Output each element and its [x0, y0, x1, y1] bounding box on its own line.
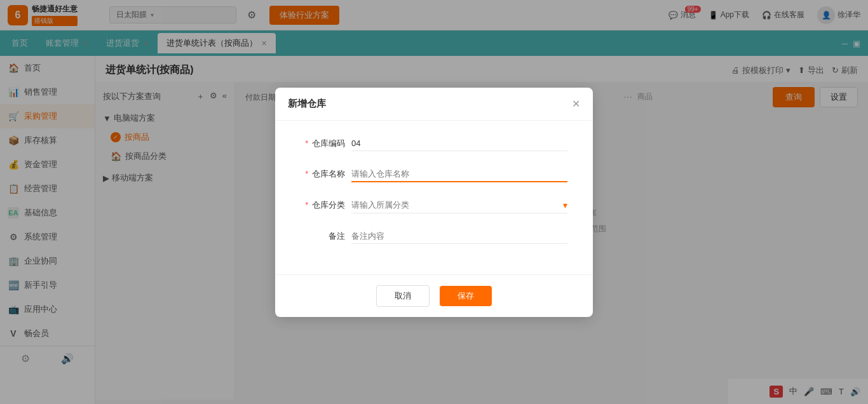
modal-footer: 取消 保存 [275, 274, 593, 317]
modal-body: * 仓库编码 * 仓库名称 * 仓库分类 [275, 121, 593, 274]
code-required-star: * [305, 138, 308, 148]
name-required-star: * [305, 169, 308, 178]
code-label-text: 仓库编码 [312, 138, 345, 148]
cancel-button[interactable]: 取消 [376, 285, 430, 307]
modal-close-icon[interactable]: ✕ [572, 98, 580, 110]
type-form-row: * 仓库分类 ▾ [301, 198, 567, 213]
name-label-text: 仓库名称 [312, 169, 345, 178]
type-label-text: 仓库分类 [312, 200, 345, 210]
code-label: * 仓库编码 [301, 138, 351, 149]
name-form-row: * 仓库名称 [301, 166, 567, 182]
remark-label: 备注 [301, 231, 351, 242]
type-input[interactable] [351, 200, 563, 210]
name-label: * 仓库名称 [301, 168, 351, 180]
type-dropdown-icon: ▾ [563, 200, 567, 210]
modal-overlay: 新增仓库 ✕ * 仓库编码 * 仓库名称 [0, 0, 868, 404]
name-input[interactable] [351, 166, 567, 182]
code-input[interactable] [351, 136, 567, 151]
remark-label-text: 备注 [329, 231, 345, 241]
type-required-star: * [305, 200, 308, 210]
type-select-wrapper[interactable]: ▾ [351, 198, 567, 213]
remark-input[interactable] [351, 229, 567, 244]
type-label: * 仓库分类 [301, 199, 351, 211]
modal-title: 新增仓库 [288, 98, 326, 110]
code-form-row: * 仓库编码 [301, 136, 567, 151]
save-button[interactable]: 保存 [440, 286, 492, 306]
remark-form-row: 备注 [301, 229, 567, 244]
add-warehouse-modal: 新增仓库 ✕ * 仓库编码 * 仓库名称 [275, 88, 593, 317]
modal-header: 新增仓库 ✕ [275, 88, 593, 121]
